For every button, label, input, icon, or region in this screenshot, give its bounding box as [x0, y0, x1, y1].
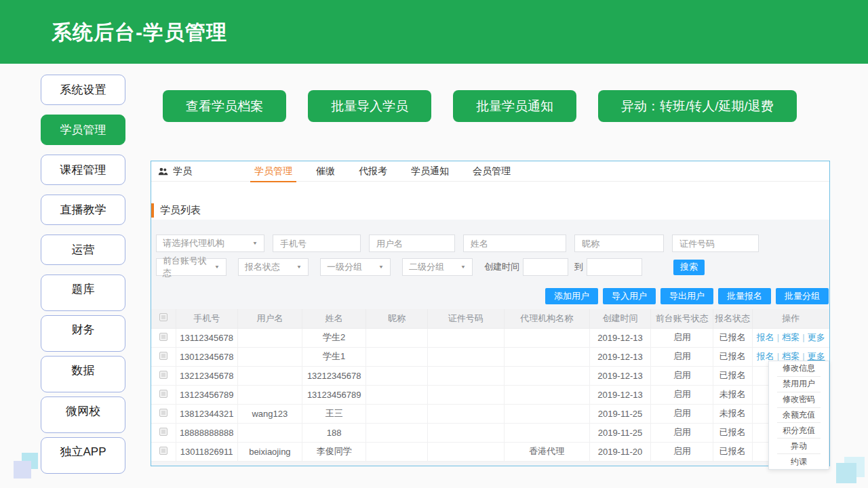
row-actions-cell: 报名|档案|更多 [752, 328, 829, 347]
table-cell [366, 328, 428, 347]
table-cell: 启用 [651, 442, 713, 461]
batch-import-students-button[interactable]: 批量导入学员 [308, 90, 431, 122]
table-cell: 启用 [651, 385, 713, 404]
view-student-archive-button[interactable]: 查看学员档案 [163, 90, 286, 122]
batch-signup-button[interactable]: 批量报名 [718, 288, 771, 304]
dropdown-item-change-password[interactable]: 修改密码 [777, 392, 821, 407]
sidebar-item-question-bank[interactable]: 题库 [41, 274, 125, 311]
row-checkbox[interactable] [159, 371, 167, 379]
table-cell [504, 366, 589, 385]
module-label: 学员 [158, 165, 252, 178]
table-cell [504, 423, 589, 442]
link-separator: | [777, 351, 779, 361]
table-cell [427, 442, 504, 461]
table-row: 13123456789131234567892019-12-13启用未报名 [151, 385, 829, 404]
batch-student-notice-button[interactable]: 批量学员通知 [453, 90, 576, 122]
sidebar-item-live-teaching[interactable]: 直播教学 [41, 195, 125, 225]
date-to-input[interactable] [587, 258, 642, 276]
sidebar-item-system-settings[interactable]: 系统设置 [41, 75, 125, 105]
dropdown-item-points-recharge[interactable]: 积分充值 [777, 422, 821, 438]
table-cell: 13212345678 [176, 366, 237, 385]
row-checkbox[interactable] [159, 352, 167, 360]
chevron-down-icon: ▼ [460, 264, 466, 269]
column-header: 创建时间 [589, 309, 651, 328]
quick-actions: 查看学员档案批量导入学员批量学员通知异动：转班/转人/延期/退费 [163, 90, 797, 122]
row-checkbox[interactable] [159, 447, 167, 455]
row-link-more[interactable]: 更多 [808, 332, 825, 342]
row-link-signup[interactable]: 报名 [757, 332, 774, 342]
table-cell: 13812344321 [176, 404, 237, 423]
dropdown-item-balance-recharge[interactable]: 余额充值 [777, 407, 821, 423]
row-link-signup[interactable]: 报名 [757, 351, 774, 361]
table-cell [427, 347, 504, 366]
dropdown-item-change[interactable]: 异动 [777, 438, 821, 453]
signup-status-select[interactable]: 报名状态▼ [238, 258, 309, 276]
sidebar-item-data[interactable]: 数据 [41, 356, 125, 392]
select-all-checkbox[interactable] [159, 313, 167, 321]
panel-tabbar: 学员 学员管理催缴代报考学员通知会员管理 [151, 161, 829, 182]
panel-body: 请选择代理机构▼ 前台账号状态▼报名状态▼一级分组▼二级分组▼创建时间到搜索 添… [151, 220, 829, 466]
group-level1-select[interactable]: 一级分组▼ [320, 258, 391, 276]
change-operations-button[interactable]: 异动：转班/转人/延期/退费 [598, 90, 797, 122]
dropdown-item-disable-user[interactable]: 禁用用户 [777, 376, 821, 392]
row-link-archive[interactable]: 档案 [782, 332, 800, 342]
chevron-down-icon: ▼ [252, 241, 258, 245]
table-cell [504, 347, 589, 366]
table-cell: 188 [302, 423, 366, 442]
add-user-button[interactable]: 添加用户 [545, 288, 598, 304]
sidebar-item-course-management[interactable]: 课程管理 [41, 155, 125, 185]
table-cell: 13012345678 [176, 347, 237, 366]
row-checkbox[interactable] [159, 409, 167, 417]
search-button[interactable]: 搜索 [673, 260, 705, 275]
tab-proxy-exam[interactable]: 代报考 [356, 161, 390, 182]
table-cell [237, 328, 302, 347]
table-row: 13112345678学生22019-12-13启用已报名报名|档案|更多 [151, 328, 829, 347]
tab-student-notice[interactable]: 学员通知 [408, 161, 452, 182]
link-separator: | [802, 332, 804, 342]
row-link-archive[interactable]: 档案 [782, 351, 800, 361]
sidebar-item-operations[interactable]: 运营 [41, 235, 125, 265]
column-header: 前台账号状态 [651, 309, 713, 328]
account-status-select[interactable]: 前台账号状态▼ [156, 258, 226, 276]
table-cell: 18888888888 [176, 423, 237, 442]
table-cell: wang123 [237, 404, 302, 423]
signup-status-cell: 已报名 [713, 366, 752, 385]
table-cell: 13123456789 [302, 385, 366, 404]
tab-payment-reminder[interactable]: 催缴 [313, 161, 338, 182]
import-user-button[interactable]: 导入用户 [603, 288, 656, 304]
created-date-label: 创建时间 [484, 261, 519, 273]
users-icon [158, 167, 168, 176]
dropdown-item-book-lesson[interactable]: 约课 [777, 453, 821, 469]
sidebar-item-micro-school[interactable]: 微网校 [41, 396, 125, 433]
sidebar-item-finance[interactable]: 财务 [41, 315, 125, 352]
nickname-input[interactable] [574, 235, 664, 252]
filters-row-2: 前台账号状态▼报名状态▼一级分组▼二级分组▼创建时间到搜索 [156, 258, 705, 276]
row-checkbox[interactable] [159, 428, 167, 436]
row-checkbox[interactable] [159, 390, 167, 398]
group-level2-select[interactable]: 二级分组▼ [402, 258, 473, 276]
username-input[interactable] [369, 235, 455, 252]
id-number-input[interactable] [672, 235, 759, 252]
signup-status-cell: 已报名 [713, 347, 752, 366]
row-checkbox[interactable] [159, 333, 167, 341]
row-checkbox-cell [151, 347, 176, 366]
decor-square-bottom-right-cyan [836, 463, 856, 483]
page-title: 系统后台-学员管理 [52, 19, 227, 47]
tab-member-management[interactable]: 会员管理 [470, 161, 513, 182]
link-separator: | [777, 332, 779, 342]
name-input[interactable] [463, 235, 566, 252]
row-link-more[interactable]: 更多 [808, 351, 825, 361]
date-from-input[interactable] [523, 258, 568, 276]
column-header: 操作 [752, 309, 829, 328]
batch-group-button[interactable]: 批量分组 [776, 288, 829, 304]
sidebar-item-student-management[interactable]: 学员管理 [41, 115, 125, 145]
table-row: 13812344321wang123王三2019-11-25启用未报名 [151, 404, 829, 423]
dropdown-item-edit-info[interactable]: 修改信息 [777, 361, 821, 376]
export-user-button[interactable]: 导出用户 [660, 288, 713, 304]
table-cell: 2019-11-20 [589, 442, 651, 461]
tab-student-management[interactable]: 学员管理 [252, 161, 295, 182]
agency-select-select[interactable]: 请选择代理机构▼ [156, 235, 264, 252]
sidebar-item-standalone-app[interactable]: 独立APP [41, 437, 125, 474]
phone-input[interactable] [273, 235, 361, 252]
table-cell: 启用 [651, 404, 713, 423]
